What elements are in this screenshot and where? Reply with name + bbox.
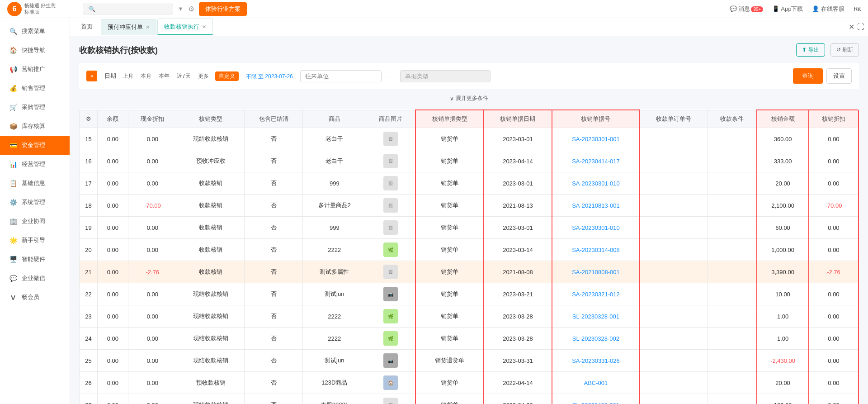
sidebar-item-marketing[interactable]: 📢 营销推广 [0,60,70,79]
receipt-no-link[interactable]: SL-20230328-001 [572,313,619,320]
tab-bar: 首页 预付冲应付单 ✕ 收款核销执行 ✕ ✕ ⛶ [70,18,868,36]
receipt-no-link[interactable]: SA-20230301-010 [572,180,620,187]
cell-verify-receipt-no[interactable]: SL-20230408-001 [552,394,640,404]
cell-verify-type: 现结收款核销 [177,305,245,328]
cell-verify-amount: 1.00 [757,328,809,350]
cell-verify-receipt-no[interactable]: SA-20230321-012 [552,283,640,305]
sidebar-item-base-info[interactable]: 📋 基础信息 [0,174,70,193]
sidebar-item-purchase[interactable]: 🛒 采购管理 [0,98,70,117]
receipt-type-select[interactable]: 单据类型 [400,70,491,82]
receipt-no-link[interactable]: SA-20230301-001 [572,136,620,143]
cell-receipt-order-no [640,350,708,372]
sidebar-item-hardware[interactable]: 🖥️ 智能硬件 [0,250,70,269]
cell-goods: 测试jun [303,283,366,305]
cell-verify-receipt-no[interactable]: SA-20210813-001 [552,195,640,217]
sidebar-item-business[interactable]: 📊 经营管理 [0,155,70,174]
cell-receipt-order-no [640,328,708,350]
cell-receipt-condition [708,172,757,195]
cell-verify-receipt-no[interactable]: SA-20230301-010 [552,172,640,195]
cell-cash-discount: 0.00 [128,328,177,350]
cell-verify-type: 现结收款核销 [177,328,245,350]
cell-verify-receipt-no[interactable]: SA-20230301-001 [552,128,640,150]
main-content: 首页 预付冲应付单 ✕ 收款核销执行 ✕ ✕ ⛶ 收款核销执行(按收款) ⬆ [70,18,868,404]
tab-receivable-close[interactable]: ✕ [202,24,206,30]
cell-verify-discount: 0.00 [809,283,859,305]
tab-close-all-btn[interactable]: ✕ [849,23,854,31]
refresh-btn[interactable]: ↺ 刷新 [830,43,859,57]
sidebar-item-inventory[interactable]: 📦 库存核算 [0,117,70,136]
tab-prepay[interactable]: 预付冲应付单 ✕ [101,19,156,35]
cell-no: 25 [80,350,98,372]
date-btn-this-year[interactable]: 本年 [156,71,172,81]
receipt-no-link[interactable]: SL-20230408-001 [572,402,619,404]
top-search-box[interactable]: 🔍 [83,4,173,14]
cell-verify-receipt-no[interactable]: SA-20230414-017 [552,150,640,172]
cell-verify-receipt-no[interactable]: ABC-001 [552,372,640,394]
cell-verify-receipt-type: 销货单 [415,328,484,350]
receipt-no-link[interactable]: SA-20230331-026 [572,357,620,364]
cell-verify-receipt-no[interactable]: SL-20230328-002 [552,328,640,350]
sidebar-item-member[interactable]: V 畅会员 [0,288,70,307]
expand-more-btn[interactable]: ∨ 展开更多条件 [450,95,488,102]
sidebar-item-corp[interactable]: 🏢 企业协同 [0,212,70,231]
query-btn[interactable]: 查询 [793,68,823,84]
sidebar-item-system[interactable]: ⚙️ 系统管理 [0,193,70,212]
cell-balance: 0.00 [98,283,128,305]
sidebar-item-sales[interactable]: 💰 销售管理 [0,79,70,98]
cell-verify-receipt-no[interactable]: SA-20230314-008 [552,239,640,261]
receipt-no-link[interactable]: SL-20230328-002 [572,335,619,342]
online-service[interactable]: 👤 在线客服 [812,5,844,13]
table-scroll[interactable]: ⚙ 余额 现金折扣 核销类型 包含已结清 商品 商品图片 核销单据类型 核销单据… [79,109,859,404]
industry-btn[interactable]: 体验行业方案 [199,2,247,16]
receipt-no-link[interactable]: SA-20230321-012 [572,291,620,298]
cell-verify-receipt-no[interactable]: SL-20230328-001 [552,305,640,328]
top-right-icons: 💬 消息99+ 📱 App下载 👤 在线客服 Rit [730,5,861,13]
cell-verify-discount: -2.76 [809,261,859,283]
search-icon: 🔍 [89,6,95,12]
settings-btn[interactable]: 设置 [826,68,852,84]
partner-input[interactable] [300,70,382,82]
receipt-no-link[interactable]: SA-20230414-017 [572,158,620,165]
receipt-no-link[interactable]: SA-20210813-001 [572,202,620,209]
message-icon[interactable]: 💬 消息99+ [730,5,764,13]
cell-verify-amount: 60.00 [757,217,809,239]
tab-home[interactable]: 首页 [74,19,100,35]
date-btn-last-month[interactable]: 上月 [120,71,136,81]
tab-expand-btn[interactable]: ⛶ [857,23,864,31]
receipt-no-link[interactable]: SA-20210808-001 [572,269,620,276]
export-btn[interactable]: ⬆ 导出 [796,43,825,57]
cell-verify-amount: 3,390.00 [757,261,809,283]
app-download[interactable]: 📱 App下载 [772,5,803,13]
cell-no: 17 [80,172,98,195]
gear-icon[interactable]: ⚙ [188,5,194,13]
dropdown-arrow[interactable]: ▼ [178,5,184,12]
date-custom-btn[interactable]: 自定义 [215,71,239,81]
sidebar-item-search-menu[interactable]: 🔍 搜索菜单 [0,22,70,41]
partner-dots[interactable]: ... [385,73,393,80]
cell-verify-receipt-no[interactable]: SA-20230331-026 [552,350,640,372]
cell-receipt-order-no [640,172,708,195]
cell-goods: 2222 [303,305,366,328]
tab-receivable[interactable]: 收款核销执行 ✕ [157,19,213,35]
col-verify-receipt-type: 核销单据类型 [415,110,484,128]
sidebar-item-wechat[interactable]: 💬 企业微信 [0,269,70,288]
cell-verify-receipt-no[interactable]: SA-20210808-001 [552,261,640,283]
table-row: 24 0.00 0.00 现结收款核销 否 2222 🌿 销货单 2023-03… [80,328,859,350]
user-name[interactable]: Rit [854,5,861,12]
sidebar-item-finance[interactable]: 💳 资金管理 [0,136,70,155]
table-row: 26 0.00 0.00 预收款核销 否 123D商品 🏠 销货单 2022-0… [80,372,859,394]
date-btn-7days[interactable]: 近7天 [174,71,193,81]
home-icon: 🏠 [9,46,17,54]
cell-verify-receipt-no[interactable]: SA-20230301-010 [552,217,640,239]
date-btn-this-month[interactable]: 本月 [138,71,154,81]
receipt-no-link[interactable]: ABC-001 [584,380,608,386]
filter-toggle-btn[interactable]: » [86,71,97,81]
cell-verify-type: 现结收款核销 [177,128,245,150]
receipt-no-link[interactable]: SA-20230301-010 [572,224,620,231]
sidebar-item-quick-nav[interactable]: 🏠 快捷导航 [0,41,70,60]
date-btn-more[interactable]: 更多 [195,71,212,81]
col-settings[interactable]: ⚙ [80,110,98,128]
tab-prepay-close[interactable]: ✕ [146,24,150,30]
receipt-no-link[interactable]: SA-20230314-008 [572,247,620,253]
sidebar-item-guide[interactable]: 🌟 新手引导 [0,231,70,250]
